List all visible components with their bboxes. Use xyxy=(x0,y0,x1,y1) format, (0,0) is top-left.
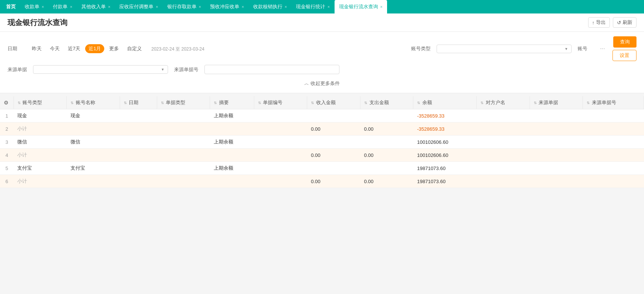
cell-account-name xyxy=(67,175,120,188)
collapse-bar[interactable]: ︿ 收起更多条件 xyxy=(8,78,636,88)
table-row: 5 支付宝 支付宝 上期余额 19871073.60 xyxy=(0,162,644,175)
close-icon[interactable]: × xyxy=(42,4,44,9)
cell-date xyxy=(120,149,157,162)
source-doc-select[interactable]: ▾ xyxy=(33,65,168,74)
cell-row-num: 5 xyxy=(0,162,14,175)
sort-icon-2[interactable]: ⇅ xyxy=(71,101,74,105)
cell-source-doc xyxy=(530,175,583,188)
date-btn-1month[interactable]: 近1月 xyxy=(85,44,104,53)
cell-income: 0.00 xyxy=(307,122,360,136)
account-type-select[interactable]: ▾ xyxy=(437,45,572,53)
refresh-button[interactable]: ↺ 刷新 xyxy=(613,17,636,28)
account-label: 账号 xyxy=(578,45,593,52)
cell-income xyxy=(307,162,360,175)
close-icon[interactable]: × xyxy=(285,4,287,9)
nav-tab-xianjin-liushui[interactable]: 现金银行流水查询 × xyxy=(335,0,387,13)
nav-tab-fukuan[interactable]: 付款单 × xyxy=(48,0,77,13)
settings-button[interactable]: 设置 xyxy=(612,50,636,61)
nav-tab-xianjin-tongji[interactable]: 现金银行统计 × xyxy=(291,0,334,13)
chevron-down-icon: ▾ xyxy=(565,46,567,51)
sort-icon-12[interactable]: ⇅ xyxy=(587,101,590,105)
cell-source-doc-no xyxy=(583,149,644,162)
close-icon[interactable]: × xyxy=(199,4,201,9)
sort-icon-3[interactable]: ⇅ xyxy=(124,101,127,105)
nav-tab-qita[interactable]: 其他收入单 × xyxy=(77,0,115,13)
cell-date xyxy=(120,122,157,136)
cell-account-type: 支付宝 xyxy=(14,162,67,175)
col-counterpart: ⇅ 对方户名 xyxy=(477,96,530,109)
source-doc-no-input[interactable] xyxy=(204,65,339,74)
nav-tab-yingshouyingfu[interactable]: 应收应付调整单 × xyxy=(115,0,162,13)
cell-row-num: 1 xyxy=(0,109,14,122)
sort-icon-10[interactable]: ⇅ xyxy=(480,101,483,105)
close-icon[interactable]: × xyxy=(70,4,72,9)
account-dots[interactable]: ··· xyxy=(599,45,606,52)
cell-doc-no xyxy=(254,136,307,149)
close-icon[interactable]: × xyxy=(242,4,244,9)
nav-tab-shoukuan[interactable]: 收款单 × xyxy=(20,0,48,13)
page-header: 现金银行流水查询 ↑ 导出 ↺ 刷新 xyxy=(0,13,644,32)
sort-icon-6[interactable]: ⇅ xyxy=(258,101,261,105)
cell-row-num: 4 xyxy=(0,149,14,162)
cell-account-type: 小计 xyxy=(14,122,67,136)
cell-expense: 0.00 xyxy=(360,175,413,188)
date-btn-custom[interactable]: 自定义 xyxy=(124,44,145,53)
sort-icon-4[interactable]: ⇅ xyxy=(161,101,164,105)
cell-date xyxy=(120,136,157,149)
sort-icon-9[interactable]: ⇅ xyxy=(417,101,420,105)
sort-icon-8[interactable]: ⇅ xyxy=(364,101,367,105)
date-btn-today[interactable]: 今天 xyxy=(47,44,63,53)
table-row: 1 现金 现金 上期余额 -3528659.33 xyxy=(0,109,644,122)
source-doc-label: 来源单据 xyxy=(8,66,27,73)
filter-row-date: 日期 昨天 今天 近7天 近1月 更多 自定义 2023-02-24 至 202… xyxy=(8,36,636,61)
cell-balance: 19871073.60 xyxy=(413,162,477,175)
gear-icon[interactable]: ⚙ xyxy=(4,100,9,106)
close-icon[interactable]: × xyxy=(380,4,383,9)
cell-account-type: 小计 xyxy=(14,175,67,188)
sort-icon-11[interactable]: ⇅ xyxy=(534,101,537,105)
source-doc-no-label: 来源单据号 xyxy=(174,66,198,73)
table-row: 4 小计 0.00 0.00 100102606.60 xyxy=(0,149,644,162)
cell-summary: 上期余额 xyxy=(210,109,254,122)
cell-doc-no xyxy=(254,162,307,175)
cell-expense: 0.00 xyxy=(360,122,413,136)
table-row: 3 微信 微信 上期余额 100102606.60 xyxy=(0,136,644,149)
col-doc-no: ⇅ 单据编号 xyxy=(254,96,307,109)
nav-tab-yinhang[interactable]: 银行存取款单 × xyxy=(163,0,206,13)
cell-row-num: 2 xyxy=(0,122,14,136)
nav-tab-yushou[interactable]: 预收冲应收单 × xyxy=(206,0,248,13)
cell-income: 0.00 xyxy=(307,149,360,162)
query-button[interactable]: 查询 xyxy=(613,36,636,48)
cell-counterpart xyxy=(477,149,530,162)
close-icon[interactable]: × xyxy=(108,4,110,9)
sort-icon[interactable]: ⇅ xyxy=(18,101,21,105)
data-table: ⚙ ⇅ 账号类型 ⇅ 账号名称 ⇅ 日期 ⇅ 单据类型 xyxy=(0,96,644,188)
cell-date xyxy=(120,175,157,188)
export-button[interactable]: ↑ 导出 xyxy=(588,17,610,28)
cell-source-doc xyxy=(530,122,583,136)
export-icon: ↑ xyxy=(592,20,595,25)
col-balance: ⇅ 余额 xyxy=(413,96,477,109)
table-header-row: ⚙ ⇅ 账号类型 ⇅ 账号名称 ⇅ 日期 ⇅ 单据类型 xyxy=(0,96,644,109)
sort-icon-7[interactable]: ⇅ xyxy=(311,101,314,105)
close-icon[interactable]: × xyxy=(156,4,158,9)
cell-doc-no xyxy=(254,175,307,188)
col-expense: ⇅ 支出金额 xyxy=(360,96,413,109)
date-options: 昨天 今天 近7天 近1月 更多 自定义 xyxy=(29,44,145,53)
chevron-down-icon-2: ▾ xyxy=(162,67,164,72)
col-income: ⇅ 收入金额 xyxy=(307,96,360,109)
date-btn-yesterday[interactable]: 昨天 xyxy=(29,44,45,53)
date-btn-7days[interactable]: 近7天 xyxy=(65,44,84,53)
col-account-name: ⇅ 账号名称 xyxy=(67,96,120,109)
cell-doc-type xyxy=(157,109,210,122)
nav-home[interactable]: 首页 xyxy=(2,0,20,13)
col-doc-type: ⇅ 单据类型 xyxy=(157,96,210,109)
sort-icon-5[interactable]: ⇅ xyxy=(214,101,217,105)
col-source-doc: ⇅ 来源单据 xyxy=(530,96,583,109)
date-btn-more[interactable]: 更多 xyxy=(106,44,122,53)
nav-tab-shoukuan-hexiao[interactable]: 收款核销执行 × xyxy=(249,0,291,13)
cell-expense xyxy=(360,162,413,175)
cell-balance: 19871073.60 xyxy=(413,175,477,188)
close-icon[interactable]: × xyxy=(327,4,330,9)
cell-expense xyxy=(360,136,413,149)
